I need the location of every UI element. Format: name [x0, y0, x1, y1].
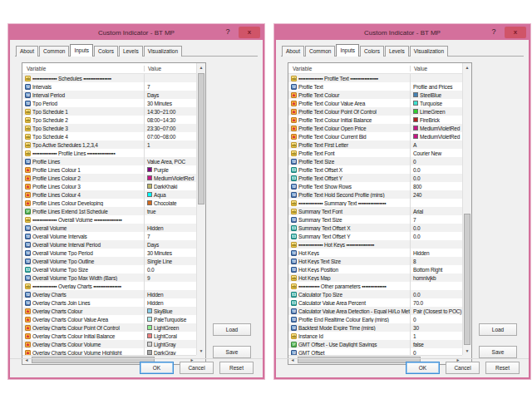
param-value[interactable]: Value Area, POC	[144, 157, 196, 165]
param-row[interactable]: 1.2Summary Text Offset X0.0	[288, 224, 462, 232]
param-value[interactable]: 0.0	[410, 224, 462, 232]
param-row[interactable]: Profile Lines Colour 4Aqua	[22, 190, 196, 199]
tab-visualization[interactable]: Visualization	[410, 46, 448, 57]
param-value[interactable]: 240	[410, 190, 462, 199]
tab-colors[interactable]: Colors	[94, 46, 118, 57]
param-row[interactable]: 1.2Calculator Tpo Size0.0	[288, 290, 462, 298]
param-row[interactable]: 1.2Calculator Value Area Percent70.0	[288, 298, 462, 307]
separator-row[interactable]: ab▪▪▪▪▪▪▪▪▪▪▪▪▪▪ Overall Volume ▪▪▪▪▪▪▪▪…	[22, 215, 196, 224]
param-row[interactable]: 12Profile Text Size0	[288, 157, 462, 165]
tab-about[interactable]: About	[282, 46, 304, 57]
param-row[interactable]: 12Overall Volume Intervals7	[22, 232, 196, 240]
param-value[interactable]: SteelBlue	[410, 91, 462, 99]
param-value[interactable]: Days	[144, 91, 196, 99]
param-value[interactable]: 1	[410, 332, 462, 340]
param-value[interactable]: Hidden	[144, 224, 196, 232]
param-value[interactable]: 0.0	[410, 165, 462, 174]
tab-common[interactable]: Common	[39, 46, 69, 57]
vertical-scrollbar[interactable]: ▲ ▼	[196, 63, 205, 355]
scroll-left-icon[interactable]: ◄	[288, 356, 297, 364]
param-value[interactable]: Turquoise	[410, 99, 462, 107]
param-row[interactable]: 12Backtest Mode Expire Time (mins)30	[288, 323, 462, 332]
param-value[interactable]: 70.0	[410, 298, 462, 307]
param-value[interactable]: 9	[144, 273, 196, 282]
param-row[interactable]: 1.2Summary Text Offset Y0.0	[288, 232, 462, 240]
param-row[interactable]: 12Hot Keys Text Size8	[288, 257, 462, 265]
param-row[interactable]: Profile Text Colour Value AreaTurquoise	[288, 99, 462, 107]
param-row[interactable]: 12Overlay Charts Join LinesHidden	[22, 298, 196, 307]
close-icon[interactable]: x	[505, 27, 526, 38]
param-value[interactable]	[410, 240, 462, 249]
param-row[interactable]: 12Hot Keys PositionBottom Right	[288, 265, 462, 273]
scroll-left-icon[interactable]: ◄	[22, 356, 31, 364]
cancel-button[interactable]: Cancel	[446, 362, 480, 374]
param-value[interactable]: LightCoral	[144, 332, 196, 340]
param-value[interactable]: DarkGray	[144, 348, 196, 355]
vertical-scrollbar[interactable]: ▲ ▼	[462, 63, 471, 355]
param-value[interactable]: LimeGreen	[410, 107, 462, 116]
vertical-scroll-thumb[interactable]	[198, 73, 204, 204]
param-row[interactable]: abInstance Id1	[288, 332, 462, 340]
param-value[interactable]: 0.0	[410, 174, 462, 182]
ok-button[interactable]: OK	[140, 362, 174, 374]
column-header-variable[interactable]: Variable	[22, 66, 144, 71]
param-row[interactable]: 12Overlay ChartsHidden	[22, 290, 196, 298]
param-value[interactable]: 0.0	[410, 232, 462, 240]
tab-levels[interactable]: Levels	[385, 46, 409, 57]
param-row[interactable]: Overlay Charts Colour VolumeLightGray	[22, 340, 196, 348]
param-value[interactable]: 7	[144, 82, 196, 91]
separator-row[interactable]: ab▪▪▪▪▪▪▪▪▪▪▪▪▪▪ Summary Text ▪▪▪▪▪▪▪▪▪▪…	[288, 199, 462, 207]
ok-button[interactable]: OK	[406, 362, 440, 374]
param-value[interactable]: Purple	[144, 165, 196, 174]
param-value[interactable]: LightGreen	[144, 323, 196, 332]
tab-inputs[interactable]: Inputs	[336, 44, 359, 57]
param-row[interactable]: Profile Text ColourSteelBlue	[288, 91, 462, 99]
param-row[interactable]: 12Profile End Realtime Colour Early (min…	[288, 315, 462, 323]
param-row[interactable]: Overlay Charts Colour Initial BalanceLig…	[22, 332, 196, 340]
param-row[interactable]: Profile Text Colour Point Of ControlLime…	[288, 107, 462, 116]
param-value[interactable]: Aqua	[144, 190, 196, 199]
param-row[interactable]: 12Profile Text Show Rows800	[288, 182, 462, 190]
param-value[interactable]: 8	[410, 257, 462, 265]
param-value[interactable]: A	[410, 140, 462, 149]
param-value[interactable]	[410, 282, 462, 290]
param-value[interactable]: 800	[410, 182, 462, 190]
param-row[interactable]: ✓Profile Lines Extend 1st Scheduletrue	[22, 207, 196, 215]
param-row[interactable]: 12Interval PeriodDays	[22, 91, 196, 99]
param-row[interactable]: 12Overall Volume Tpo Period30 Minutes	[22, 249, 196, 257]
param-value[interactable]: LightGray	[144, 340, 196, 348]
param-value[interactable]	[410, 199, 462, 207]
load-button[interactable]: Load	[213, 323, 251, 336]
param-row[interactable]: Profile Lines Colour DevelopingChocolate	[22, 199, 196, 207]
param-value[interactable]: 7	[410, 215, 462, 224]
param-value[interactable]: 30 Minutes	[144, 249, 196, 257]
load-button[interactable]: Load	[479, 323, 517, 336]
param-row[interactable]: Profile Lines Colour 2MediumVioletRed	[22, 174, 196, 182]
param-row[interactable]: Profile Text Colour Open PriceMediumViol…	[288, 124, 462, 132]
param-value[interactable]: 0	[410, 348, 462, 355]
param-value[interactable]: 30	[410, 323, 462, 332]
tab-common[interactable]: Common	[305, 46, 335, 57]
param-row[interactable]: abProfile Text First LetterA	[288, 140, 462, 149]
separator-row[interactable]: ab▪▪▪▪▪▪▪▪▪▪▪▪ Other parameters ▪▪▪▪▪▪▪▪…	[288, 282, 462, 290]
param-row[interactable]: abTpo Schedule 208:00~14:30	[22, 116, 196, 124]
param-value[interactable]: 08:00~14:30	[144, 116, 196, 124]
param-row[interactable]: abTpo Schedule 323:30~07:00	[22, 124, 196, 132]
help-icon[interactable]: ?	[489, 27, 499, 36]
param-value[interactable]: MediumVioletRed	[410, 132, 462, 140]
param-value[interactable]: FireBrick	[410, 116, 462, 124]
param-value[interactable]: Single Line	[144, 257, 196, 265]
param-row[interactable]: ✓GMT Offset - Use Daylight Savingsfalse	[288, 340, 462, 348]
param-value[interactable]: Chocolate	[144, 199, 196, 207]
tab-about[interactable]: About	[16, 46, 38, 57]
param-row[interactable]: abTpo Schedule 114:30~21:00	[22, 107, 196, 116]
param-row[interactable]: 12Profile LinesValue Area, POC	[22, 157, 196, 165]
param-value[interactable]: 0.0	[410, 290, 462, 298]
param-row[interactable]: 12Profile Text Hold Second Profile (mins…	[288, 190, 462, 199]
param-value[interactable]	[410, 74, 462, 82]
separator-row[interactable]: ab▪▪▪▪▪▪▪▪▪▪▪▪▪▪ Overlay Charts ▪▪▪▪▪▪▪▪…	[22, 282, 196, 290]
param-row[interactable]: Profile Text Colour Initial BalanceFireB…	[288, 116, 462, 124]
param-value[interactable]: 30 Minutes	[144, 99, 196, 107]
param-row[interactable]: 12Summary Text Size7	[288, 215, 462, 224]
column-header-variable[interactable]: Variable	[288, 66, 410, 71]
